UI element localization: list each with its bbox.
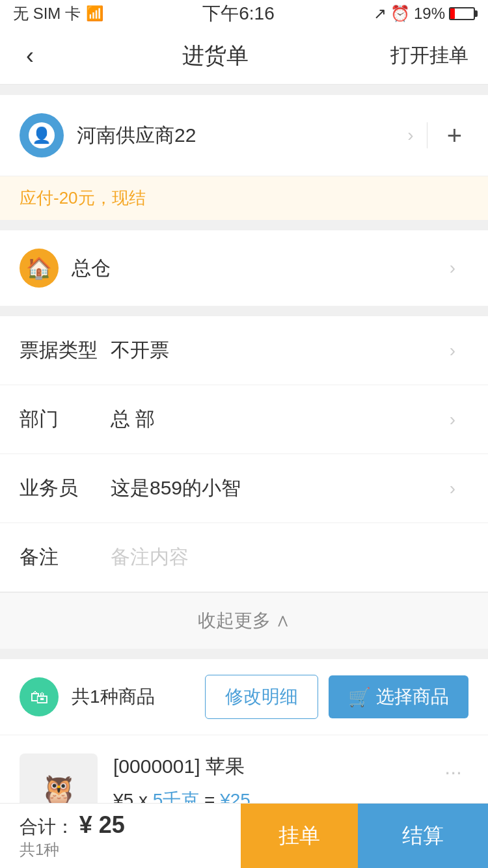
battery-icon (449, 7, 475, 20)
department-value: 总 部 (111, 406, 450, 433)
location-icon: ↗ (373, 5, 386, 23)
supplier-notice: 应付-20元，现结 (0, 176, 488, 220)
modify-detail-button[interactable]: 修改明细 (205, 675, 318, 719)
chevron-right-icon: › (407, 125, 413, 146)
status-right: ↗ ⏰ 19% (373, 5, 475, 23)
product-name: [0000001] 苹果 (113, 753, 438, 780)
divider (427, 122, 427, 148)
invoice-type-value: 不开票 (111, 337, 450, 364)
nav-bar: ‹ 进货单 打开挂单 (0, 27, 488, 85)
form-card: 票据类型 不开票 › 部门 总 部 › 业务员 这是859的小智 › 备注 备注… (0, 316, 488, 649)
hang-order-button[interactable]: 挂单 (241, 804, 358, 869)
select-product-label: 选择商品 (376, 685, 449, 709)
department-row[interactable]: 部门 总 部 › (0, 385, 488, 454)
open-hang-button[interactable]: 打开挂单 (390, 42, 468, 69)
invoice-type-label: 票据类型 (20, 337, 111, 364)
invoice-type-row[interactable]: 票据类型 不开票 › (0, 316, 488, 385)
checkout-button[interactable]: 结算 (358, 804, 488, 869)
remark-label: 备注 (20, 544, 111, 571)
supplier-avatar: 👤 (20, 113, 64, 157)
chevron-right-icon: › (450, 258, 455, 278)
product-more-button[interactable]: ··· (438, 753, 468, 791)
total-row: 合计： ¥ 25 (20, 811, 221, 839)
product-icon: 🛍 (20, 677, 59, 716)
supplier-name: 河南供应商22 (77, 122, 407, 149)
person-icon: 👤 (32, 126, 51, 144)
supplier-row[interactable]: 👤 河南供应商22 › + (0, 95, 488, 176)
warehouse-row[interactable]: 🏠 总仓 › (0, 230, 488, 306)
salesman-value: 这是859的小智 (111, 475, 450, 502)
department-label: 部门 (20, 406, 111, 433)
chevron-right-icon: › (450, 478, 455, 499)
status-bar: 无 SIM 卡 📶 下午6:16 ↗ ⏰ 19% (0, 0, 488, 27)
total-section: 合计： ¥ 25 共1种 (0, 811, 241, 860)
cart-icon: 🛒 (348, 686, 371, 708)
carrier-text: 无 SIM 卡 (13, 3, 81, 24)
bottom-bar: 合计： ¥ 25 共1种 挂单 结算 (0, 803, 488, 868)
warehouse-card: 🏠 总仓 › (0, 230, 488, 306)
battery-percent: 19% (414, 5, 445, 23)
select-product-button[interactable]: 🛒 选择商品 (329, 675, 468, 718)
salesman-label: 业务员 (20, 475, 111, 502)
remark-input[interactable]: 备注内容 (111, 544, 468, 571)
status-time: 下午6:16 (202, 1, 275, 26)
back-button[interactable]: ‹ (20, 36, 40, 76)
add-supplier-button[interactable]: + (441, 121, 468, 150)
warehouse-icon: 🏠 (20, 249, 59, 288)
wifi-icon: 📶 (86, 5, 103, 22)
warehouse-name: 总仓 (72, 255, 450, 282)
total-amount: ¥ 25 (79, 811, 125, 838)
collapse-toggle[interactable]: 收起更多 ∧ (0, 592, 488, 649)
total-label: 合计： (20, 817, 74, 837)
chevron-right-icon: › (450, 340, 455, 361)
remark-row[interactable]: 备注 备注内容 (0, 523, 488, 592)
chevron-right-icon: › (450, 409, 455, 430)
status-left: 无 SIM 卡 📶 (13, 3, 103, 24)
product-count: 共1种商品 (72, 685, 205, 709)
supplier-card: 👤 河南供应商22 › + 应付-20元，现结 (0, 95, 488, 220)
alarm-icon: ⏰ (390, 5, 410, 23)
product-header: 🛍 共1种商品 修改明细 🛒 选择商品 (0, 659, 488, 735)
total-sub: 共1种 (20, 839, 221, 860)
page-title: 进货单 (182, 41, 249, 71)
salesman-row[interactable]: 业务员 这是859的小智 › (0, 454, 488, 523)
